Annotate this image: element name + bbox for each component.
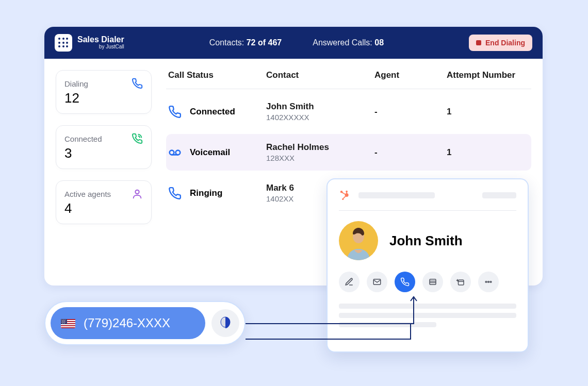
tile-label: Active agents xyxy=(64,190,111,198)
svg-point-30 xyxy=(64,320,65,320)
svg-point-31 xyxy=(62,321,63,321)
svg-point-34 xyxy=(63,322,63,322)
svg-point-1 xyxy=(170,150,174,155)
svg-point-33 xyxy=(61,322,62,322)
svg-point-37 xyxy=(64,323,64,323)
svg-point-2 xyxy=(176,150,181,155)
end-dialing-label: End Dialing xyxy=(485,39,525,47)
skeleton-line xyxy=(339,313,516,318)
col-contact: Contact xyxy=(266,70,374,80)
svg-point-0 xyxy=(135,190,139,194)
col-attempt: Attempt Number xyxy=(447,70,529,80)
tile-value: 4 xyxy=(64,200,143,216)
agent-cell: - xyxy=(374,147,447,158)
list-button[interactable] xyxy=(422,272,443,292)
contacts-stat: Contacts: 72 of 467 xyxy=(209,38,282,47)
tile-value: 12 xyxy=(64,90,143,106)
skeleton-line xyxy=(358,192,435,198)
email-button[interactable] xyxy=(367,272,387,292)
col-status: Call Status xyxy=(168,70,266,80)
phone-icon xyxy=(168,187,182,200)
stat-tiles: Dialing 12 Connected 3 Active xyxy=(56,70,152,274)
svg-point-32 xyxy=(64,321,64,321)
phone-active-icon xyxy=(132,133,143,144)
skeleton-line xyxy=(339,304,516,309)
answered-stat: Answered Calls: 08 xyxy=(313,38,384,47)
svg-point-18 xyxy=(485,281,487,283)
phone-icon xyxy=(168,105,182,119)
avatar xyxy=(339,221,378,260)
voicemail-icon xyxy=(168,146,182,159)
svg-point-35 xyxy=(64,322,65,322)
attempt-cell: 1 xyxy=(447,147,529,158)
skeleton-line xyxy=(339,322,436,327)
svg-point-36 xyxy=(62,323,63,323)
col-agent: Agent xyxy=(374,70,447,80)
svg-point-20 xyxy=(490,281,492,283)
end-dialing-button[interactable]: End Dialing xyxy=(469,35,532,51)
status-text: Voicemail xyxy=(190,147,230,158)
agent-cell: - xyxy=(374,107,447,117)
tile-label: Connected xyxy=(64,135,102,143)
table-row[interactable]: Connected John Smith 1402XXXXX - 1 xyxy=(166,93,531,130)
more-button[interactable] xyxy=(478,272,499,292)
tile-active-agents: Active agents 4 xyxy=(56,180,152,224)
brand-byline: by JustCall xyxy=(99,44,124,50)
call-button[interactable] xyxy=(395,272,415,292)
carrier-badge-icon[interactable] xyxy=(211,309,239,337)
contact-name: John Smith xyxy=(266,102,374,112)
svg-point-28 xyxy=(61,320,62,320)
svg-rect-26 xyxy=(61,327,75,328)
tile-label: Dialing xyxy=(64,79,88,88)
tile-dialing: Dialing 12 xyxy=(56,70,152,114)
svg-rect-25 xyxy=(61,325,75,326)
logo: Sales Dialer by JustCall xyxy=(55,34,124,52)
tile-connected: Connected 3 xyxy=(56,125,152,169)
status-text: Connected xyxy=(190,107,235,117)
contact-popover: John Smith xyxy=(326,178,529,353)
attempt-cell: 1 xyxy=(447,107,529,117)
svg-rect-8 xyxy=(346,192,347,194)
contacts-label: Contacts: xyxy=(209,38,247,47)
answered-label: Answered Calls: xyxy=(313,38,374,47)
skeleton-line xyxy=(482,192,516,198)
tile-value: 3 xyxy=(64,145,143,161)
phone-pill: (779)246-XXXX xyxy=(44,301,246,345)
phone-icon xyxy=(132,78,143,89)
svg-point-19 xyxy=(488,281,489,283)
navbar: Sales Dialer by JustCall Contacts: 72 of… xyxy=(44,27,543,59)
app-icon xyxy=(55,34,72,52)
brand-name: Sales Dialer xyxy=(77,36,124,44)
add-button[interactable] xyxy=(450,272,471,292)
edit-button[interactable] xyxy=(339,272,360,292)
svg-point-29 xyxy=(63,320,63,320)
contact-number: 1402XXXXX xyxy=(266,113,374,122)
us-flag-icon xyxy=(61,318,75,328)
contacts-value: 72 of 467 xyxy=(247,38,282,47)
answered-value: 08 xyxy=(374,38,384,47)
user-icon xyxy=(132,188,143,199)
status-text: Ringing xyxy=(190,188,222,198)
contact-name: Rachel Holmes xyxy=(266,142,374,153)
phone-number-text: (779)246-XXXX xyxy=(84,316,170,330)
hubspot-icon xyxy=(339,190,350,201)
phone-number-chip[interactable]: (779)246-XXXX xyxy=(51,307,205,339)
contact-number: 128XXX xyxy=(266,154,374,162)
svg-rect-14 xyxy=(459,280,464,285)
popover-contact-name: John Smith xyxy=(389,233,463,249)
svg-rect-11 xyxy=(430,279,436,285)
table-row[interactable]: Voicemail Rachel Holmes 128XXX - 1 xyxy=(166,134,531,171)
